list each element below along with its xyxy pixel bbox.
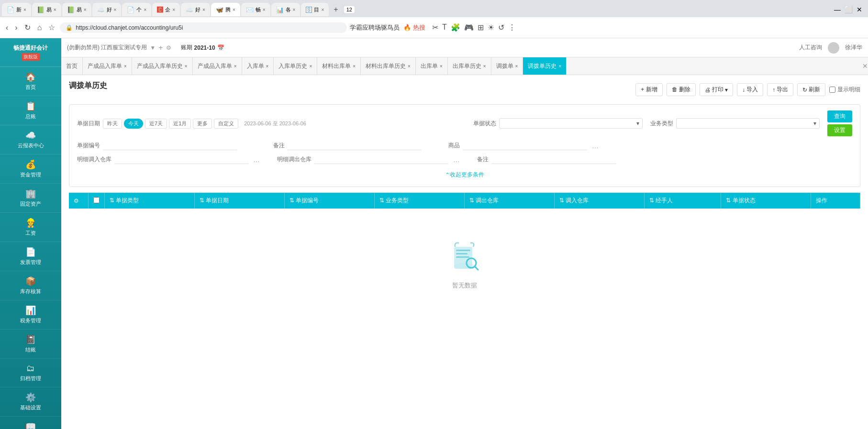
tab-close-6[interactable]: × bbox=[172, 7, 175, 12]
biz-type-select[interactable]: ▾ bbox=[676, 118, 820, 129]
tab-inbound-history[interactable]: 入库单历史 × bbox=[274, 57, 317, 75]
tab-product-inbound-2[interactable]: 产成品入库单 × bbox=[193, 57, 242, 75]
tab-x-4[interactable]: × bbox=[266, 64, 269, 69]
tab-x-2[interactable]: × bbox=[185, 64, 188, 69]
back-button[interactable]: ‹ bbox=[4, 22, 10, 33]
tab-x-7[interactable]: × bbox=[408, 64, 411, 69]
home-button[interactable]: ⌂ bbox=[35, 22, 44, 33]
note2-input[interactable] bbox=[491, 155, 616, 164]
collapse-btn[interactable]: ⌃ 收起更多条件 bbox=[77, 169, 852, 181]
date-btn-yesterday[interactable]: 昨天 bbox=[103, 119, 122, 129]
browser-tab-active[interactable]: 🦋 腾 × bbox=[211, 3, 240, 16]
status-select[interactable]: ▾ bbox=[499, 118, 643, 129]
browser-tab-10[interactable]: 📊 各 × bbox=[271, 3, 300, 16]
calendar-icon[interactable]: 📅 bbox=[217, 44, 224, 51]
settings-btn[interactable]: 设置 bbox=[827, 124, 852, 136]
tab-close-5[interactable]: × bbox=[144, 7, 146, 12]
th-settings[interactable]: ⚙ bbox=[69, 193, 88, 209]
tab-transfer[interactable]: 调拨单 × bbox=[491, 57, 523, 75]
tab-material-out-history[interactable]: 材料出库单历史 × bbox=[361, 57, 416, 75]
tab-x-3[interactable]: × bbox=[234, 64, 237, 69]
grid-icon[interactable]: ⊞ bbox=[478, 23, 484, 32]
date-btn-custom[interactable]: 自定义 bbox=[214, 119, 238, 129]
detail-in-ellipsis[interactable]: … bbox=[253, 156, 260, 164]
translate-icon[interactable]: T bbox=[442, 23, 447, 32]
extension-icon[interactable]: 🧩 bbox=[451, 23, 460, 32]
sidebar-item-fund[interactable]: 💰 资金管理 bbox=[0, 154, 61, 184]
tab-transfer-history[interactable]: 调拨单历史 × bbox=[523, 57, 567, 75]
detail-out-input[interactable] bbox=[314, 155, 448, 164]
forward-button[interactable]: › bbox=[13, 22, 19, 33]
sidebar-item-guide[interactable]: 📖 新手引导 bbox=[0, 417, 61, 429]
tab-product-inbound-history[interactable]: 产成品入库单历史 × bbox=[132, 57, 193, 75]
tab-x-5[interactable]: × bbox=[309, 64, 312, 69]
order-num-input[interactable] bbox=[103, 141, 237, 150]
tab-x-10[interactable]: × bbox=[515, 64, 518, 69]
refresh-btn[interactable]: ↻ 刷新 bbox=[797, 83, 825, 96]
date-btn-today[interactable]: 今天 bbox=[124, 119, 143, 129]
tab-close-active[interactable]: × bbox=[233, 7, 235, 12]
service-btn[interactable]: 人工咨询 bbox=[799, 44, 822, 52]
tab-inbound[interactable]: 入库单 × bbox=[242, 57, 274, 75]
show-detail-checkbox[interactable] bbox=[829, 87, 835, 93]
tab-product-inbound[interactable]: 产成品入库单 × bbox=[83, 57, 132, 75]
export-btn[interactable]: ↑ 导出 bbox=[767, 83, 793, 96]
new-tab-button[interactable]: + bbox=[330, 4, 342, 15]
tab-close-7[interactable]: × bbox=[202, 7, 205, 12]
tab-close-2[interactable]: × bbox=[54, 7, 56, 12]
import-btn[interactable]: ↓ 导入 bbox=[737, 83, 763, 96]
reload-button[interactable]: ↻ bbox=[22, 22, 33, 33]
address-bar[interactable]: 🔒 https://cloud.chanjet.com/accounting/u… bbox=[60, 22, 347, 33]
browser-tab-11[interactable]: 🅂 目 × bbox=[301, 3, 329, 16]
browser-tab-3[interactable]: 📗 易 × bbox=[62, 3, 91, 16]
th-in-warehouse[interactable]: ⇅ 调入仓库 bbox=[554, 193, 644, 209]
game-icon[interactable]: 🎮 bbox=[464, 23, 474, 32]
th-type[interactable]: ⇅ 单据类型 bbox=[104, 193, 194, 209]
note-input[interactable] bbox=[288, 141, 422, 150]
sidebar-item-invoice[interactable]: 📄 发票管理 bbox=[0, 242, 61, 271]
th-checkbox[interactable] bbox=[88, 193, 104, 209]
browser-tab-4[interactable]: ☁️ 好 × bbox=[92, 3, 122, 16]
browser-tab-1[interactable]: 📄 新 × bbox=[2, 3, 31, 16]
th-handler[interactable]: ⇅ 经手人 bbox=[644, 193, 721, 209]
select-all-checkbox[interactable] bbox=[93, 197, 100, 203]
th-out-warehouse[interactable]: ⇅ 调出仓库 bbox=[464, 193, 554, 209]
sidebar-item-inventory[interactable]: 📦 库存核算 bbox=[0, 271, 61, 300]
browser-tab-6[interactable]: 🅲 企 × bbox=[152, 3, 180, 16]
date-btn-7days[interactable]: 近7天 bbox=[145, 119, 167, 129]
goods-input[interactable] bbox=[463, 141, 587, 150]
tab-close-1[interactable]: × bbox=[23, 7, 26, 12]
tab-close-4[interactable]: × bbox=[114, 7, 117, 12]
close-all-tabs-button[interactable]: ✕ bbox=[862, 62, 868, 70]
tab-material-out[interactable]: 材料出库单 × bbox=[317, 57, 361, 75]
tab-outbound[interactable]: 出库单 × bbox=[416, 57, 448, 75]
tab-x-11[interactable]: × bbox=[558, 64, 561, 69]
sidebar-item-cloud-report[interactable]: ☁️ 云报表中心 bbox=[0, 125, 61, 154]
query-btn[interactable]: 查询 bbox=[827, 110, 852, 122]
sidebar-item-home[interactable]: 🏠 首页 bbox=[0, 67, 61, 96]
tab-close-9[interactable]: × bbox=[263, 7, 266, 12]
browser-tab-5[interactable]: 📄 个 × bbox=[122, 3, 151, 16]
tab-x[interactable]: × bbox=[124, 64, 127, 69]
sidebar-item-archive[interactable]: 🗂 归档管理 bbox=[0, 359, 61, 387]
tab-close-11[interactable]: × bbox=[321, 7, 324, 12]
scissors-icon[interactable]: ✂ bbox=[432, 23, 438, 32]
detail-in-input[interactable] bbox=[114, 155, 248, 164]
sun-icon[interactable]: ☀ bbox=[488, 23, 494, 32]
browser-tab-9[interactable]: ✉️ 畅 × bbox=[241, 3, 270, 16]
tab-outbound-history[interactable]: 出库单历史 × bbox=[448, 57, 491, 75]
goods-ellipsis[interactable]: … bbox=[592, 142, 599, 150]
sidebar-item-payroll[interactable]: 👷 工资 bbox=[0, 213, 61, 242]
new-btn[interactable]: + 新增 bbox=[635, 83, 662, 96]
print-btn[interactable]: 🖨 打印 ▾ bbox=[700, 83, 733, 96]
history-icon[interactable]: ↺ bbox=[498, 23, 504, 32]
tab-x-8[interactable]: × bbox=[440, 64, 443, 69]
sidebar-item-ledger[interactable]: 📋 总账 bbox=[0, 96, 61, 125]
sidebar-item-close-books[interactable]: 📓 结账 bbox=[0, 330, 61, 359]
maximize-button[interactable]: ⬜ bbox=[845, 6, 853, 13]
menu-icon[interactable]: ⋮ bbox=[508, 23, 516, 32]
date-btn-more[interactable]: 更多 bbox=[193, 119, 212, 129]
bookmark-button[interactable]: ☆ bbox=[46, 22, 57, 33]
add-company-btn[interactable]: + bbox=[158, 44, 163, 52]
settings-company-btn[interactable]: ⚙ bbox=[166, 44, 171, 51]
